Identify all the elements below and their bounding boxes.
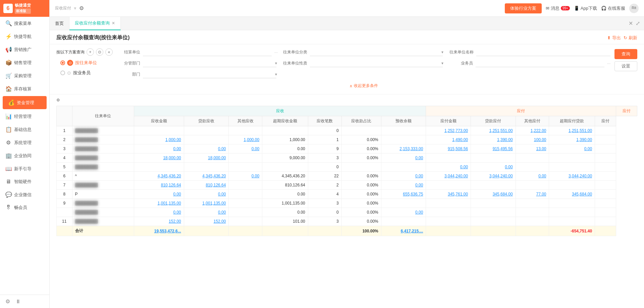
sidebar-item-sales[interactable]: 📦销售管理 <box>0 56 49 69</box>
row-other-pay-2[interactable]: 13.00 <box>516 144 549 153</box>
row-loan-rec-2[interactable]: 0.00 <box>184 144 229 153</box>
tab-expand-icon[interactable]: ⤢ <box>636 20 640 27</box>
row-loan-pay-0[interactable]: 1,251,551.00 <box>471 126 516 135</box>
sidebar-item-management[interactable]: 📊经营管理 <box>0 110 49 123</box>
sidebar-item-marketing[interactable]: 📢营销推广 <box>0 43 49 56</box>
industry-btn[interactable]: 体验行业方案 <box>505 3 542 13</box>
row-pay-amt-7[interactable]: 345,761.00 <box>426 190 471 199</box>
sidebar-item-hardware[interactable]: 🖥智能硬件 <box>0 175 49 188</box>
row-loan-rec-3[interactable]: 18,000.00 <box>184 153 229 163</box>
row-loan-rec-10[interactable]: 152.00 <box>184 217 229 226</box>
row-overdue-pay-0[interactable]: 1,251,551.00 <box>549 126 595 135</box>
add-scheme-btn[interactable]: + <box>87 48 94 56</box>
row-pay-amt-2[interactable]: 915,508.56 <box>426 144 471 153</box>
sidebar-item-inventory[interactable]: 🏠库存核算 <box>0 82 49 95</box>
row-other-pay-0[interactable]: 1,222.00 <box>516 126 549 135</box>
row-rec-amt-8[interactable]: 1,001,135.00 <box>134 199 184 208</box>
row-loan-pay-1[interactable]: 1,390.00 <box>471 135 516 144</box>
row-pay-amt-5[interactable]: 3,044,240.00 <box>426 172 471 181</box>
unit-nature-input[interactable] <box>310 59 443 67</box>
tab-balance-close[interactable]: ✕ <box>112 21 115 26</box>
row-loan-rec-7[interactable]: 0.00 <box>184 190 229 199</box>
row-other-rec-5[interactable]: 0.00 <box>229 172 262 181</box>
total-receivable[interactable]: 19,553,472,6... <box>134 226 184 236</box>
row-other-pay-7[interactable]: 77.00 <box>516 190 549 199</box>
gear-icon[interactable]: ⚙ <box>79 5 84 11</box>
sidebar-item-guide[interactable]: 📖新手引导 <box>0 162 49 175</box>
row-other-pay-5[interactable]: 0.00 <box>516 172 549 181</box>
sidebar-item-system[interactable]: ⚙系统管理 <box>0 136 49 149</box>
sidebar-item-member[interactable]: 🎖畅会员 <box>0 201 49 214</box>
row-advance-6[interactable]: 0.00 <box>381 181 426 190</box>
row-loan-pay-5[interactable]: 3,044,240.00 <box>471 172 516 181</box>
tab-balance[interactable]: 应收应付余额查询 ✕ <box>69 17 121 30</box>
row-advance-9[interactable]: 0.00 <box>381 208 426 217</box>
sidebar-item-search[interactable]: 🔍搜索菜单 <box>0 17 49 30</box>
scheme-settings-btn[interactable]: ⊙ <box>96 48 103 56</box>
unit-category-input[interactable] <box>310 48 443 56</box>
collapse-scheme-btn[interactable]: « <box>105 48 113 56</box>
sidebar-item-wechat[interactable]: 💬企业微信 <box>0 188 49 201</box>
edition-badge: 标准版 <box>15 8 31 14</box>
sidebar-item-coop[interactable]: 🏢企业协同 <box>0 149 49 162</box>
total-advance[interactable]: 6,417,215.... <box>381 226 426 236</box>
scheme-by-unit[interactable]: ⊙ 按往来单位 <box>56 58 117 67</box>
app-download-action[interactable]: 📱 App下载 <box>574 5 597 11</box>
row-rec-amt-10[interactable]: 152.00 <box>134 217 184 226</box>
dept-mgr-input[interactable] <box>143 59 276 67</box>
salesperson-dots[interactable]: ··· <box>607 61 610 66</box>
service-action[interactable]: 🎧 在线客服 <box>601 5 625 11</box>
row-pay-amt-0[interactable]: 1,252,773.00 <box>426 126 471 135</box>
row-overdue-pay-7[interactable]: 345,684.00 <box>549 190 595 199</box>
sidebar-item-purchase[interactable]: 🛒采购管理 <box>0 69 49 82</box>
row-loan-rec-8[interactable]: 1,001,135.00 <box>184 199 229 208</box>
row-other-rec-2[interactable]: 0.00 <box>229 144 262 153</box>
row-overdue-pay-5[interactable]: 3,044,240.00 <box>549 172 595 181</box>
tab-home[interactable]: 首页 <box>50 17 69 30</box>
query-button[interactable]: 查询 <box>614 49 637 59</box>
sidebar-item-finance[interactable]: 💰资金管理 <box>3 96 47 109</box>
row-rec-amt-5[interactable]: 4,345,436.20 <box>134 172 184 181</box>
row-other-rec-1[interactable]: 1,000.00 <box>229 135 262 144</box>
row-loan-pay-2[interactable]: 915,495.56 <box>471 144 516 153</box>
dept-input[interactable] <box>143 71 276 78</box>
settlement-dots[interactable]: ··· <box>274 50 278 55</box>
sidebar-item-quicknav[interactable]: ⚡快捷导航 <box>0 30 49 43</box>
row-loan-rec-9[interactable]: 0.00 <box>184 208 229 217</box>
row-rec-amt-7[interactable]: 0.00 <box>134 190 184 199</box>
salesperson-input[interactable] <box>476 59 604 67</box>
row-loan-rec-5[interactable]: 4,345,436.20 <box>184 172 229 181</box>
row-pay-amt-1[interactable]: 1,490.00 <box>426 135 471 144</box>
sidebar-collapse-icon[interactable]: ⏸ <box>15 299 21 305</box>
row-rec-amt-1[interactable]: 1,000.00 <box>134 135 184 144</box>
row-rec-amt-9[interactable]: 0.00 <box>134 208 184 217</box>
row-advance-7[interactable]: 655,636.75 <box>381 190 426 199</box>
row-advance-5[interactable]: 0.00 <box>381 172 426 181</box>
row-loan-rec-6[interactable]: 810,126.64 <box>184 181 229 190</box>
row-pay-amt-4[interactable]: 0.00 <box>426 163 471 172</box>
export-button[interactable]: ⬆ 导出 <box>607 35 621 41</box>
row-other-pay-1[interactable]: 100.00 <box>516 135 549 144</box>
message-action[interactable]: ✉ 消息 99+ <box>546 5 570 11</box>
settlement-input[interactable] <box>143 48 272 56</box>
row-loan-pay-4[interactable]: 0.00 <box>471 163 516 172</box>
tab-close-icon[interactable]: ✕ <box>629 20 633 27</box>
row-rec-amt-6[interactable]: 810,126.64 <box>134 181 184 190</box>
user-avatar[interactable]: Rit <box>629 4 639 13</box>
sidebar-item-basic[interactable]: 📋基础信息 <box>0 123 49 136</box>
row-rec-amt-3[interactable]: 18,000.00 <box>134 153 184 163</box>
row-rec-amt-2[interactable]: 0.00 <box>134 144 184 153</box>
row-overdue-pay-1[interactable]: 1,390.00 <box>549 135 595 144</box>
row-overdue-pay-2[interactable]: 0.00 <box>549 144 595 153</box>
scheme-by-salesperson[interactable]: ⊙ 按业务员 <box>56 69 117 77</box>
row-loan-pay-7[interactable]: 345,684.00 <box>471 190 516 199</box>
unit-name-input[interactable] <box>476 48 610 56</box>
settings-button[interactable]: 设置 <box>614 61 637 71</box>
row-advance-3[interactable]: 0.00 <box>381 153 426 163</box>
collapse-more-btn[interactable]: ∧ 收起更多条件 <box>350 82 378 90</box>
row-advance-2[interactable]: 2,153,333.00 <box>381 144 426 153</box>
table-scroll-area[interactable]: 往来单位 应收 应付 应付 应收金额 贷款应收 其他应收 超期应收金额 应收笔数 <box>56 106 637 236</box>
sidebar-settings-icon[interactable]: ⚙ <box>5 298 10 305</box>
refresh-button[interactable]: ↻ 刷新 <box>624 35 637 41</box>
table-gear-icon[interactable]: ⚙ <box>56 98 60 102</box>
